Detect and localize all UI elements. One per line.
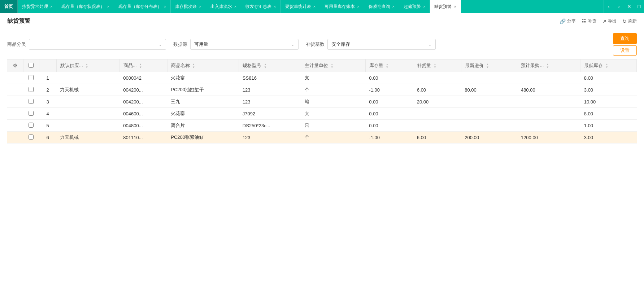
cell-default-supplier: 力天机械 <box>56 132 119 144</box>
tab-yhtj[interactable]: 要货单统计表 × <box>281 0 320 13</box>
cell-est-purchase <box>517 108 580 120</box>
datasource-select[interactable]: 可用量 ⌄ <box>190 39 299 50</box>
cell-checkbox[interactable] <box>23 96 39 108</box>
cell-checkbox[interactable] <box>23 108 39 120</box>
col-replenish-qty[interactable]: 补货量 ▲▼ <box>413 59 461 72</box>
table-body: 10000042火花塞SS816支0.008.002力天机械004200...P… <box>7 72 637 144</box>
tab-lhyc[interactable]: 拣货异常处理 × <box>18 0 57 13</box>
tab-xczk[interactable]: 现存量（库存状况表） × <box>57 0 114 13</box>
tab-sfhz[interactable]: 收发存汇总表 × <box>241 0 280 13</box>
row-checkbox[interactable] <box>29 87 34 92</box>
select-all-checkbox[interactable] <box>29 63 34 68</box>
close-icon[interactable]: × <box>234 4 236 9</box>
close-icon[interactable]: × <box>392 4 395 9</box>
col-unit[interactable]: 主计量单位 ▲▼ <box>301 59 366 72</box>
tab-kyze[interactable]: 可用量库存账本 × <box>320 0 364 13</box>
cell-min-stock: 3.00 <box>580 132 637 144</box>
close-icon[interactable]: × <box>313 4 316 9</box>
cell-replenish-qty: 20.00 <box>413 96 461 108</box>
tab-crlx[interactable]: 出入库流水 × <box>206 0 241 13</box>
cell-est-purchase: 480.00 <box>517 84 580 96</box>
table-row: 10000042火花塞SS816支0.008.00 <box>7 72 637 84</box>
export-button[interactable]: ↗ 导出 <box>602 18 617 24</box>
replenish-button[interactable]: ☷ 补货 <box>582 18 596 24</box>
close-icon[interactable]: × <box>274 4 276 9</box>
close-icon[interactable]: × <box>199 4 201 9</box>
refresh-icon: ↻ <box>622 18 627 24</box>
share-icon: 🔗 <box>560 18 566 24</box>
close-icon[interactable]: × <box>423 4 425 9</box>
refresh-button[interactable]: ↻ 刷新 <box>622 18 637 24</box>
gear-icon[interactable]: ⚙ <box>13 62 17 69</box>
replenish-base-select[interactable]: 安全库存 ⌄ <box>327 39 436 50</box>
cell-latest-price: 80.00 <box>461 84 517 96</box>
row-checkbox[interactable] <box>29 111 34 116</box>
cell-rownum: 3 <box>39 96 56 108</box>
tab-ccyj[interactable]: 超储预警 × <box>399 0 430 13</box>
col-settings[interactable]: ⚙ <box>7 59 23 72</box>
col-product-name[interactable]: 商品名称 ▲▼ <box>167 59 239 72</box>
tab-bz[interactable]: 保质期查询 × <box>364 0 399 13</box>
close-icon[interactable]: × <box>164 4 166 9</box>
tab-close-button[interactable]: ✕ <box>624 0 634 13</box>
col-latest-price[interactable]: 最新进价 ▲▼ <box>461 59 517 72</box>
table-header-row: ⚙ 默认供应... ▲▼ 商品... ▲▼ 商品名称 <box>7 59 637 72</box>
close-icon[interactable]: × <box>107 4 109 9</box>
tab-next-button[interactable]: › <box>614 0 624 13</box>
row-checkbox[interactable] <box>29 75 34 80</box>
cell-checkbox[interactable] <box>23 132 39 144</box>
tab-prev-button[interactable]: ‹ <box>604 0 614 13</box>
tab-home[interactable]: 首页 <box>0 0 18 13</box>
sort-icon: ▲▼ <box>192 63 195 69</box>
cell-spec: 123 <box>239 132 301 144</box>
page-header: 缺货预警 🔗 分享 ☷ 补货 ↗ 导出 ↻ 刷新 <box>0 13 644 28</box>
col-rownum <box>39 59 56 72</box>
cell-spec: 123 <box>239 84 301 96</box>
cell-rownum: 5 <box>39 120 56 132</box>
cell-unit: 箱 <box>301 96 366 108</box>
col-est-purchase[interactable]: 预计采购... ▲▼ <box>517 59 580 72</box>
tab-kccz[interactable]: 库存批次账 × <box>171 0 206 13</box>
cell-default-supplier <box>56 108 119 120</box>
sort-icon: ▲▼ <box>605 63 608 69</box>
cell-replenish-qty <box>413 108 461 120</box>
row-checkbox[interactable] <box>29 134 34 140</box>
table-row: 5004800...离合片DS250*23c...只0.001.00 <box>7 120 637 132</box>
close-icon[interactable]: × <box>357 4 359 9</box>
sort-icon: ▲▼ <box>386 63 388 69</box>
col-default-supplier[interactable]: 默认供应... ▲▼ <box>56 59 119 72</box>
query-button[interactable]: 查询 <box>613 33 637 44</box>
sort-icon: ▲▼ <box>85 63 88 69</box>
row-checkbox[interactable] <box>29 123 34 128</box>
datasource-value: 可用量 <box>194 41 208 48</box>
cell-product-code: 801110... <box>119 132 167 144</box>
tab-qhyj[interactable]: 缺货预警 × <box>430 0 461 13</box>
cell-checkbox[interactable] <box>23 120 39 132</box>
cell-default-supplier: 力天机械 <box>56 84 119 96</box>
cell-latest-price <box>461 120 517 132</box>
close-icon[interactable]: × <box>454 4 456 9</box>
tab-xcfb[interactable]: 现存量（库存分布表） × <box>114 0 171 13</box>
cell-settings <box>7 132 23 144</box>
col-product-code[interactable]: 商品... ▲▼ <box>119 59 167 72</box>
category-filter-group: 商品分类 ⌄ <box>7 39 166 50</box>
col-spec[interactable]: 规格型号 ▲▼ <box>239 59 301 72</box>
cell-spec: DS250*23c... <box>239 120 301 132</box>
cell-checkbox[interactable] <box>23 84 39 96</box>
share-button[interactable]: 🔗 分享 <box>560 18 576 24</box>
cell-checkbox[interactable] <box>23 72 39 84</box>
col-stock[interactable]: 库存量 ▲▼ <box>365 59 413 72</box>
close-icon[interactable]: × <box>50 4 52 9</box>
tab-expand-button[interactable]: □ <box>634 0 644 13</box>
cell-product-name: 火花塞 <box>167 108 239 120</box>
sort-icon: ▲▼ <box>264 63 267 69</box>
replenish-icon: ☷ <box>582 18 586 24</box>
cell-default-supplier <box>56 96 119 108</box>
settings-button[interactable]: 设置 <box>613 45 637 56</box>
filter-bar: 商品分类 ⌄ 数据源 可用量 ⌄ 补货基数 安全库存 ⌄ 查询 设置 <box>0 28 644 59</box>
category-select[interactable]: ⌄ <box>29 39 166 50</box>
cell-min-stock: 1.00 <box>580 120 637 132</box>
row-checkbox[interactable] <box>29 99 34 104</box>
col-min-stock[interactable]: 最低库存 ▲▼ <box>580 59 637 72</box>
cell-est-purchase <box>517 120 580 132</box>
